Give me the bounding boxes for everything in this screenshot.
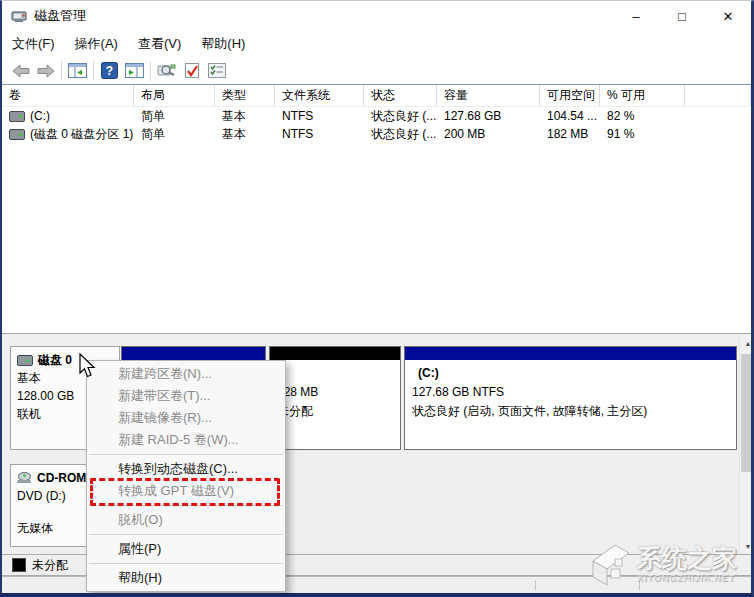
menu-separator [89,534,283,535]
disk0-name: 磁盘 0 [38,351,72,369]
partition-c[interactable]: (C:) 127.68 GB NTFS 状态良好 (启动, 页面文件, 故障转储… [404,346,737,450]
column-header-capacity[interactable]: 容量 [437,85,540,106]
table-row[interactable]: (C:) 简单 基本 NTFS 状态良好 (... 127.68 GB 104.… [2,107,751,125]
unallocated-size: 128 MB [277,383,400,402]
column-header-freespace[interactable]: 可用空间 [540,85,600,106]
percentfree-cell: 91 % [600,127,685,141]
percentfree-cell: 82 % [600,109,685,123]
volume-table-header: 卷 布局 类型 文件系统 状态 容量 可用空间 % 可用 [2,85,751,107]
action-pane-icon [125,63,144,78]
forward-button[interactable] [33,59,58,83]
menu-item-new-mirrored-volume: 新建镜像卷(R)... [87,407,285,429]
mouse-cursor [78,353,96,379]
menu-item-new-spanned-volume: 新建跨区卷(N)... [87,363,285,385]
menu-file[interactable]: 文件(F) [2,33,65,55]
layout-cell: 简单 [134,108,215,125]
column-header-percentfree[interactable]: % 可用 [600,85,685,106]
menu-help[interactable]: 帮助(H) [191,33,255,55]
volume-name-cell: (C:) [2,109,134,123]
action-pane-button[interactable] [122,59,147,83]
partition-color-strip [405,347,736,360]
volume-list-pane: 卷 布局 类型 文件系统 状态 容量 可用空间 % 可用 (C:) 简单 基本 … [2,85,751,333]
unallocated-status: 未分配 [277,402,400,421]
menu-item-new-raid5-volume: 新建 RAID-5 卷(W)... [87,429,285,451]
legend-unallocated-label: 未分配 [32,557,68,574]
window-titlebar: 磁盘管理 – □ ✕ [2,1,751,31]
menubar: 文件(F) 操作(A) 查看(V) 帮助(H) [2,31,751,57]
console-tree-button[interactable] [65,59,90,83]
freespace-cell: 104.54 ... [540,109,600,123]
menu-item-offline: 脱机(O) [87,509,285,531]
watermark-title: 系统之家 [637,546,737,571]
column-header-type[interactable]: 类型 [215,85,275,106]
scrollbar-thumb[interactable] [741,354,754,472]
close-button[interactable]: ✕ [705,1,751,31]
minimize-button[interactable]: – [613,1,659,31]
console-tree-icon [68,63,87,78]
rescan-button[interactable] [154,59,179,83]
app-icon [11,8,27,24]
maximize-button[interactable]: □ [659,1,705,31]
volume-icon [9,129,25,140]
menu-item-properties[interactable]: 属性(P) [87,538,285,560]
menu-separator [89,505,283,506]
capacity-cell: 200 MB [437,127,540,141]
column-header-layout[interactable]: 布局 [134,85,215,106]
volume-icon [9,111,25,122]
back-button[interactable] [8,59,33,83]
disk-management-window: 磁盘管理 – □ ✕ 文件(F) 操作(A) 查看(V) 帮助(H) [0,0,754,597]
freespace-cell: 182 MB [540,127,600,141]
type-cell: 基本 [215,108,275,125]
column-header-filesystem[interactable]: 文件系统 [275,85,364,106]
watermark-logo-icon [585,539,637,589]
filesystem-cell: NTFS [275,109,364,123]
table-row[interactable]: (磁盘 0 磁盘分区 1) 简单 基本 NTFS 状态良好 (... 200 M… [2,125,751,143]
properties-list-button[interactable] [204,59,229,83]
layout-cell: 简单 [134,126,215,143]
toolbar: ? [2,57,751,85]
window-title: 磁盘管理 [34,7,86,25]
check-disk-button[interactable] [179,59,204,83]
menu-separator [89,454,283,455]
partition-unallocated[interactable]: 128 MB 未分配 [269,346,401,450]
partition-color-strip [270,347,400,360]
vertical-scrollbar[interactable]: ▲ ▼ [739,335,754,554]
svg-text:?: ? [106,64,113,78]
cdrom-icon [17,472,32,484]
toolbar-separator [93,61,94,81]
help-button[interactable]: ? [97,59,122,83]
check-document-icon [184,62,200,79]
partition-c-status: 状态良好 (启动, 页面文件, 故障转储, 主分区) [412,402,736,421]
forward-icon [37,64,55,78]
menu-action[interactable]: 操作(A) [65,33,128,55]
checklist-icon [208,63,226,78]
toolbar-separator [150,61,151,81]
statusbar-divider [535,580,536,590]
type-cell: 基本 [215,126,275,143]
rescan-icon [157,63,176,78]
status-cell: 状态良好 (... [364,126,437,143]
column-header-status[interactable]: 状态 [364,85,437,106]
menu-item-help[interactable]: 帮助(H) [87,567,285,589]
menu-item-new-striped-volume: 新建带区卷(T)... [87,385,285,407]
menu-item-convert-gpt-disk: 转换成 GPT 磁盘(V) [87,480,285,502]
watermark-domain: XITONGZHIJIA.NET [637,574,737,583]
menu-separator [89,563,283,564]
scroll-up-icon[interactable]: ▲ [740,335,754,351]
legend-unallocated-swatch [12,558,26,572]
partition-c-info: 127.68 GB NTFS [412,383,736,402]
watermark: 系统之家 XITONGZHIJIA.NET [585,535,751,593]
status-cell: 状态良好 (... [364,108,437,125]
menu-item-convert-dynamic-disk[interactable]: 转换到动态磁盘(C)... [87,458,285,480]
toolbar-separator [61,61,62,81]
disk-icon [17,355,33,366]
filesystem-cell: NTFS [275,127,364,141]
column-header-filler [685,85,751,106]
back-icon [12,64,30,78]
partition-color-strip [122,347,265,360]
column-header-volume[interactable]: 卷 [2,85,134,106]
window-controls: – □ ✕ [613,1,751,31]
capacity-cell: 127.68 GB [437,109,540,123]
disk-context-menu: 新建跨区卷(N)... 新建带区卷(T)... 新建镜像卷(R)... 新建 R… [86,360,286,592]
menu-view[interactable]: 查看(V) [128,33,191,55]
